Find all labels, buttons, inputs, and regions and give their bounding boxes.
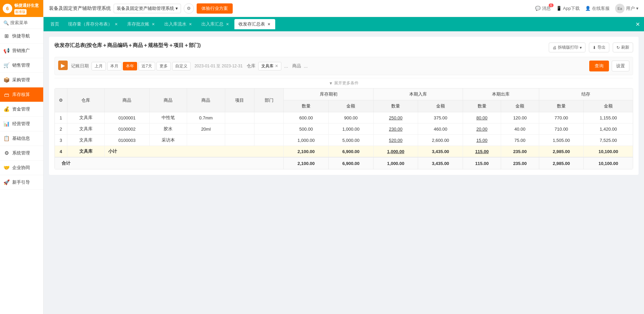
cell-warehouse: 文具库 bbox=[67, 123, 104, 135]
app-download-button[interactable]: 📱 App下载 bbox=[556, 5, 580, 12]
cell-in-amt: 375.00 bbox=[418, 112, 463, 123]
th-settings[interactable]: ⚙ bbox=[55, 88, 67, 112]
subtotal-in-qty[interactable]: 1,000.00 bbox=[373, 146, 418, 158]
more-date-btn[interactable]: 更多 bbox=[156, 62, 171, 70]
th-bal-amt: 金额 bbox=[584, 100, 633, 112]
cell-project bbox=[225, 123, 254, 135]
message-button[interactable]: 💬 消息 6 bbox=[535, 5, 551, 12]
tab-close-batch[interactable]: ✕ bbox=[151, 22, 155, 27]
cell-no: 1 bbox=[55, 112, 67, 123]
cell-open-qty: 600.00 bbox=[284, 112, 329, 123]
th-warehouse: 仓库 bbox=[67, 88, 104, 112]
sidebar-item-finance[interactable]: 💰 资金管理 bbox=[0, 102, 43, 117]
sidebar-search[interactable]: 🔍 搜索菜单 bbox=[0, 17, 43, 29]
subtotal-open-amt: 6,900.00 bbox=[329, 146, 374, 158]
warehouse-tag-close[interactable]: ✕ bbox=[275, 64, 278, 68]
tab-recv-send[interactable]: 收发存汇总表 ✕ bbox=[234, 19, 275, 29]
tab-close-flow[interactable]: ✕ bbox=[188, 22, 193, 27]
cell-bal-qty: 710.00 bbox=[539, 123, 584, 135]
warehouse-filter: 仓库 文具库 ✕ ... bbox=[247, 62, 288, 70]
cell-in-qty[interactable]: 230.00 bbox=[373, 123, 418, 135]
tab-bar: 首页 现存量（库存分布表） ✕ 库存批次账 ✕ 出入库流水 ✕ 出入库汇总 ✕ … bbox=[44, 17, 644, 31]
try-industry-button[interactable]: 体验行业方案 bbox=[197, 3, 233, 14]
tab-home[interactable]: 首页 bbox=[46, 19, 63, 29]
subtotal-in-amt: 3,435.00 bbox=[418, 146, 463, 158]
custom-date-btn[interactable]: 自定义 bbox=[172, 62, 191, 70]
tab-stock-dist[interactable]: 现存量（库存分布表） ✕ bbox=[64, 19, 122, 29]
last-month-btn[interactable]: 上月 bbox=[92, 62, 106, 70]
print-button[interactable]: 🖨 拆镜版打印 ▾ bbox=[549, 43, 585, 52]
user-menu[interactable]: Ea 用户 ▾ bbox=[615, 4, 639, 13]
sidebar-logo: 6 畅捷通好生意 标准版 bbox=[0, 0, 43, 17]
date-range-display: 2023-01-01 至 2023-12-31 bbox=[195, 63, 243, 69]
th-out-qty: 数量 bbox=[463, 100, 501, 112]
this-year-btn[interactable]: 本年 bbox=[123, 62, 137, 70]
sidebar-item-basic[interactable]: 📋 基础信息 bbox=[0, 131, 43, 146]
th-balance: 结存 bbox=[539, 88, 633, 100]
tab-batch[interactable]: 库存批次账 ✕ bbox=[123, 19, 160, 29]
tab-flow[interactable]: 出入库流水 ✕ bbox=[160, 19, 197, 29]
sidebar-item-quick-nav[interactable]: ⊞ 快捷导航 bbox=[0, 29, 43, 44]
cell-project bbox=[225, 112, 254, 123]
this-month-btn[interactable]: 本月 bbox=[107, 62, 121, 70]
last-7-days-btn[interactable]: 近7天 bbox=[138, 62, 155, 70]
cell-in-qty[interactable]: 520.00 bbox=[373, 135, 418, 146]
query-button[interactable]: 查询 bbox=[589, 61, 609, 71]
filter-settings-button[interactable]: 设置 bbox=[612, 61, 629, 71]
sidebar-item-sales[interactable]: 🛒 销售管理 bbox=[0, 58, 43, 73]
cell-in-qty[interactable]: 250.00 bbox=[373, 112, 418, 123]
cell-out-qty[interactable]: 20.00 bbox=[463, 123, 501, 135]
footer-label: 合计 bbox=[55, 157, 284, 169]
online-service-button[interactable]: 👤 在线客服 bbox=[585, 5, 610, 12]
warehouse-more[interactable]: ... bbox=[284, 63, 288, 69]
data-table: ⚙ 仓库 商品 商品 商品 项目 部门 库存期初 本期入库 本期出库 结存 bbox=[54, 88, 633, 169]
footer-bal-qty: 2,985.00 bbox=[539, 157, 584, 169]
export-button[interactable]: ⬇ 导出 bbox=[589, 43, 609, 52]
expand-more-button[interactable]: ▼ 展开更多条件 bbox=[54, 78, 633, 88]
tab-close-stock-dist[interactable]: ✕ bbox=[114, 22, 118, 27]
top-header: 装备及固定资产辅助管理系统 装备及固定资产辅助管理系统 ▾ ⚙ 体验行业方案 💬… bbox=[44, 0, 644, 17]
table-row: 1 文具库 0100001 中性笔 0.7mm 600.00 900.00 25… bbox=[55, 112, 633, 123]
subtotal-warehouse: 文具库 bbox=[67, 146, 104, 158]
subtotal-open-qty: 2,100.00 bbox=[284, 146, 329, 158]
th-product-code: 商品 bbox=[104, 88, 149, 112]
th-bal-qty: 数量 bbox=[539, 100, 584, 112]
sidebar-item-guide[interactable]: 🚀 新手引导 bbox=[0, 175, 43, 190]
system-dropdown[interactable]: 装备及固定资产辅助管理系统 ▾ bbox=[114, 4, 181, 13]
cell-name: 采访本 bbox=[149, 135, 187, 146]
th-dept: 部门 bbox=[254, 88, 283, 112]
cell-bal-amt: 7,525.00 bbox=[584, 135, 633, 146]
cell-out-qty[interactable]: 80.00 bbox=[463, 112, 501, 123]
cell-code: 0100003 bbox=[104, 135, 149, 146]
cell-spec: 0.7mm bbox=[187, 112, 225, 123]
cell-out-qty[interactable]: 15.00 bbox=[463, 135, 501, 146]
cell-out-amt: 75.00 bbox=[501, 135, 539, 146]
cell-in-amt: 460.00 bbox=[418, 123, 463, 135]
close-tab-area[interactable]: ✕ bbox=[635, 21, 640, 28]
sidebar-item-operations[interactable]: 📊 经营管理 bbox=[0, 117, 43, 131]
sidebar-item-inventory[interactable]: 🗃 库存核算 bbox=[0, 87, 43, 102]
product-more[interactable]: ... bbox=[304, 63, 308, 69]
sidebar-item-system[interactable]: ⚙ 系统管理 bbox=[0, 146, 43, 161]
subtotal-out-qty[interactable]: 115.00 bbox=[463, 146, 501, 158]
subtotal-label: 小计 bbox=[104, 146, 284, 158]
page-title: 收发存汇总表(按仓库＋商品编码＋商品＋规格型号＋项目＋部门) bbox=[54, 42, 201, 49]
marketing-icon: 📢 bbox=[3, 48, 10, 54]
message-icon: 💬 bbox=[535, 6, 541, 11]
sidebar-item-cooperation[interactable]: 🤝 企业协同 bbox=[0, 161, 43, 175]
cell-no: 3 bbox=[55, 135, 67, 146]
sidebar-item-purchase[interactable]: 📦 采购管理 bbox=[0, 73, 43, 87]
warehouse-tag[interactable]: 文具库 ✕ bbox=[258, 62, 281, 70]
tab-close-summary[interactable]: ✕ bbox=[225, 22, 230, 27]
cell-warehouse: 文具库 bbox=[67, 135, 104, 146]
header-right: 💬 消息 6 📱 App下载 👤 在线客服 Ea 用户 ▾ bbox=[535, 4, 639, 13]
refresh-button[interactable]: ↻ 刷新 bbox=[613, 43, 633, 52]
print-chevron-icon: ▾ bbox=[580, 45, 582, 50]
filter-expand-button[interactable]: ▶ bbox=[58, 61, 68, 70]
tab-summary[interactable]: 出入库汇总 ✕ bbox=[197, 19, 234, 29]
table-row: 3 文具库 0100003 采访本 1,000.00 5,000.00 520.… bbox=[55, 135, 633, 146]
cell-dept bbox=[254, 123, 283, 135]
sidebar-item-marketing[interactable]: 📢 营销推广 bbox=[0, 44, 43, 58]
settings-gear-button[interactable]: ⚙ bbox=[184, 3, 194, 14]
tab-close-recv-send[interactable]: ✕ bbox=[266, 22, 271, 27]
